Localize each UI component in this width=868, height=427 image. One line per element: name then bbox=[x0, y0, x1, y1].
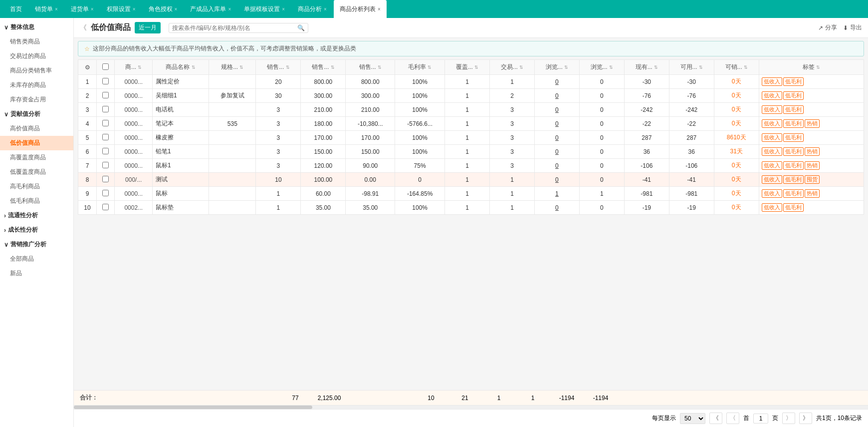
sidebar-item-new-goods[interactable]: 新品 bbox=[0, 266, 73, 281]
view1-link[interactable]: 0 bbox=[555, 204, 559, 211]
collapse-icon[interactable]: 《 bbox=[80, 23, 87, 32]
close-icon[interactable]: × bbox=[175, 6, 178, 12]
view1-link[interactable]: 0 bbox=[555, 162, 559, 169]
cell-checkbox[interactable] bbox=[97, 103, 115, 117]
nav-home[interactable]: 首页 bbox=[4, 0, 28, 18]
col-settings[interactable]: ⚙ bbox=[78, 60, 97, 75]
row-checkbox[interactable] bbox=[102, 92, 109, 98]
scrollbar-thumb[interactable] bbox=[74, 406, 312, 409]
sidebar-section-circulation[interactable]: › 流通性分析 bbox=[0, 208, 73, 223]
row-checkbox[interactable] bbox=[102, 162, 109, 168]
sidebar-item-high-profit[interactable]: 高毛利商品 bbox=[0, 179, 73, 194]
view1-link[interactable]: 0 bbox=[555, 148, 559, 155]
next-page-button[interactable]: 〉 bbox=[782, 413, 795, 424]
row-checkbox[interactable] bbox=[102, 204, 109, 210]
close-icon[interactable]: × bbox=[133, 6, 136, 12]
cell-view1[interactable]: 0 bbox=[534, 117, 579, 131]
sidebar-item-high-value[interactable]: 高价值商品 bbox=[0, 121, 73, 136]
view1-link[interactable]: 0 bbox=[555, 176, 559, 183]
cell-amount: 180.00 bbox=[301, 117, 346, 131]
sidebar-section-growth[interactable]: › 成长性分析 bbox=[0, 223, 73, 237]
cell-view1[interactable]: 0 bbox=[534, 75, 579, 89]
export-button[interactable]: ⬇ 导出 bbox=[843, 23, 862, 32]
cell-checkbox[interactable] bbox=[97, 117, 115, 131]
cell-view1[interactable]: 0 bbox=[534, 103, 579, 117]
sidebar-section-marketing[interactable]: ∨ 营销推广分析 bbox=[0, 237, 73, 252]
sidebar-item-category-sales-rate[interactable]: 商品分类销售率 bbox=[0, 63, 73, 78]
row-checkbox[interactable] bbox=[102, 106, 109, 112]
sidebar-item-low-coverage[interactable]: 低覆盖度商品 bbox=[0, 165, 73, 179]
sidebar-section-contribution[interactable]: ∨ 贡献值分析 bbox=[0, 107, 73, 121]
page-number-input[interactable] bbox=[753, 414, 768, 424]
row-checkbox[interactable] bbox=[102, 78, 109, 84]
nav-role-auth[interactable]: 角色授权 × bbox=[143, 0, 184, 18]
view1-link[interactable]: 1 bbox=[555, 190, 559, 197]
row-checkbox[interactable] bbox=[102, 176, 109, 182]
cell-checkbox[interactable] bbox=[97, 159, 115, 173]
cell-view1[interactable]: 0 bbox=[534, 145, 579, 159]
close-icon[interactable]: × bbox=[324, 6, 327, 12]
sidebar-item-all-goods[interactable]: 全部商品 bbox=[0, 252, 73, 266]
cell-view1[interactable]: 0 bbox=[534, 201, 579, 215]
sidebar-section-overall[interactable]: ∨ 整体信息 bbox=[0, 20, 73, 34]
cell-view1[interactable]: 0 bbox=[534, 173, 579, 187]
last-page-button[interactable]: 》 bbox=[799, 413, 812, 424]
cell-available: -76 bbox=[669, 89, 714, 103]
row-checkbox[interactable] bbox=[102, 190, 109, 196]
footer-available: -1194 bbox=[586, 395, 616, 402]
search-input[interactable] bbox=[172, 24, 295, 31]
close-icon[interactable]: × bbox=[91, 6, 94, 12]
close-icon[interactable]: × bbox=[228, 6, 231, 12]
cell-name: 属性定价 bbox=[153, 75, 209, 89]
nav-permission-settings[interactable]: 权限设置 × bbox=[101, 0, 142, 18]
sidebar-item-stock-capital[interactable]: 库存资金占用 bbox=[0, 92, 73, 107]
page-header: 《 低价值商品 近一月 🔍 ↗ 分享 ⬇ 导出 bbox=[74, 18, 868, 38]
view1-link[interactable]: 0 bbox=[555, 134, 559, 141]
nav-product-analysis-list[interactable]: 商品分析列表 × bbox=[334, 0, 387, 18]
cell-checkbox[interactable] bbox=[97, 201, 115, 215]
col-view1: 浏览... ⇅ bbox=[534, 60, 579, 75]
cell-checkbox[interactable] bbox=[97, 89, 115, 103]
row-checkbox[interactable] bbox=[102, 148, 109, 154]
view1-link[interactable]: 0 bbox=[555, 78, 559, 85]
nav-product-analysis[interactable]: 商品分析 × bbox=[292, 0, 333, 18]
nav-product-inbound[interactable]: 产成品入库单 × bbox=[184, 0, 237, 18]
close-icon[interactable]: × bbox=[282, 6, 285, 12]
cell-checkbox[interactable] bbox=[97, 187, 115, 201]
first-page-button[interactable]: 《 bbox=[709, 413, 722, 424]
nav-template-settings[interactable]: 单据模板设置 × bbox=[238, 0, 291, 18]
sidebar-item-low-value[interactable]: 低价值商品 bbox=[0, 136, 73, 150]
view1-link[interactable]: 0 bbox=[555, 92, 559, 99]
view1-link[interactable]: 0 bbox=[555, 120, 559, 127]
sidebar-item-sales-goods[interactable]: 销售类商品 bbox=[0, 34, 73, 49]
view1-link[interactable]: 0 bbox=[555, 106, 559, 113]
sidebar-item-low-profit[interactable]: 低毛利商品 bbox=[0, 194, 73, 208]
cell-checkbox[interactable] bbox=[97, 145, 115, 159]
prev-page-button[interactable]: 〈 bbox=[726, 413, 739, 424]
nav-sales-order[interactable]: 销货单 × bbox=[29, 0, 64, 18]
cell-checkbox[interactable] bbox=[97, 173, 115, 187]
horizontal-scrollbar[interactable] bbox=[74, 405, 868, 409]
close-icon[interactable]: × bbox=[378, 6, 381, 12]
select-all-checkbox[interactable] bbox=[102, 63, 109, 70]
cell-view1[interactable]: 0 bbox=[534, 159, 579, 173]
per-page-select[interactable]: 50 100 200 bbox=[680, 413, 705, 424]
period-button[interactable]: 近一月 bbox=[135, 22, 161, 33]
sidebar-item-high-coverage[interactable]: 高覆盖度商品 bbox=[0, 150, 73, 165]
cell-view1[interactable]: 0 bbox=[534, 89, 579, 103]
col-checkbox[interactable] bbox=[97, 60, 115, 75]
share-button[interactable]: ↗ 分享 bbox=[818, 23, 837, 32]
row-checkbox[interactable] bbox=[102, 120, 109, 126]
cell-view1[interactable]: 0 bbox=[534, 131, 579, 145]
cell-checkbox[interactable] bbox=[97, 131, 115, 145]
row-checkbox[interactable] bbox=[102, 134, 109, 140]
nav-purchase-order[interactable]: 进货单 × bbox=[65, 0, 100, 18]
cell-coverage: 1 bbox=[445, 201, 490, 215]
cell-view1[interactable]: 1 bbox=[534, 187, 579, 201]
search-icon[interactable]: 🔍 bbox=[297, 24, 305, 31]
sidebar-item-traded-goods[interactable]: 交易过的商品 bbox=[0, 49, 73, 63]
cell-checkbox[interactable] bbox=[97, 75, 115, 89]
table-container[interactable]: ⚙ 商... ⇅ 商品名称 ⇅ 规格... ⇅ 销售... ⇅ 销售... ⇅ … bbox=[74, 59, 868, 390]
sidebar-item-no-stock-goods[interactable]: 未库存的商品 bbox=[0, 78, 73, 92]
close-icon[interactable]: × bbox=[55, 6, 58, 12]
